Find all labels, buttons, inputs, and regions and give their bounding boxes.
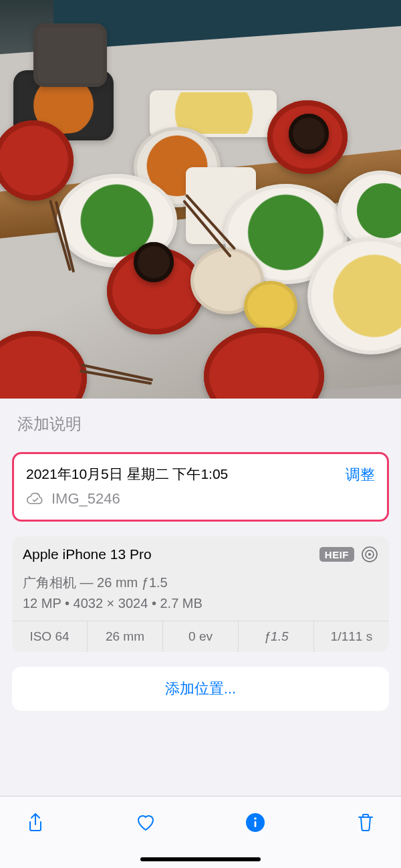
photo-thumbnail[interactable] — [0, 0, 401, 399]
svg-rect-4 — [255, 821, 257, 827]
add-location-button[interactable]: 添加位置... — [12, 667, 389, 711]
lens-info: 广角相机 — 26 mm ƒ1.5 — [23, 574, 378, 592]
iso-value: ISO 64 — [12, 621, 88, 652]
share-button[interactable] — [24, 811, 47, 834]
aperture-value: ƒ1.5 — [239, 621, 314, 652]
cloud-synced-icon — [26, 492, 45, 506]
file-name: IMG_5246 — [51, 490, 120, 508]
camera-model: Apple iPhone 13 Pro — [23, 546, 313, 562]
favorite-button[interactable] — [134, 811, 157, 834]
info-icon — [245, 812, 266, 833]
info-button[interactable] — [244, 811, 267, 834]
photo-decor — [33, 23, 107, 87]
photo-decor — [134, 242, 174, 282]
focal-length-value: 26 mm — [88, 621, 163, 652]
caption-placeholder: 添加说明 — [17, 415, 82, 433]
file-info-row: IMG_5246 — [26, 490, 375, 508]
trash-icon — [355, 812, 376, 833]
home-indicator[interactable] — [140, 857, 261, 861]
photo-decor — [289, 114, 329, 154]
heart-icon — [135, 812, 156, 833]
svg-point-2 — [368, 553, 371, 556]
bottom-toolbar — [0, 796, 401, 868]
adjust-datetime-button[interactable]: 调整 — [346, 465, 375, 485]
svg-point-5 — [255, 817, 257, 820]
shutter-value: 1/111 s — [314, 621, 389, 652]
datetime-card: 2021年10月5日 星期二 下午1:05 调整 IMG_5246 — [12, 452, 389, 522]
camera-info-card: Apple iPhone 13 Pro HEIF 广角相机 — 26 mm ƒ1… — [12, 536, 389, 652]
delete-button[interactable] — [354, 811, 377, 834]
ev-value: 0 ev — [163, 621, 239, 652]
lens-icon — [361, 546, 378, 563]
photo-decor — [244, 281, 297, 331]
format-badge: HEIF — [319, 547, 354, 562]
resolution-info: 12 MP • 4032 × 3024 • 2.7 MB — [23, 596, 378, 611]
add-caption-field[interactable]: 添加说明 — [0, 399, 401, 447]
add-location-label: 添加位置... — [165, 680, 236, 697]
photo-datetime: 2021年10月5日 星期二 下午1:05 — [26, 465, 375, 483]
share-icon — [25, 812, 46, 833]
